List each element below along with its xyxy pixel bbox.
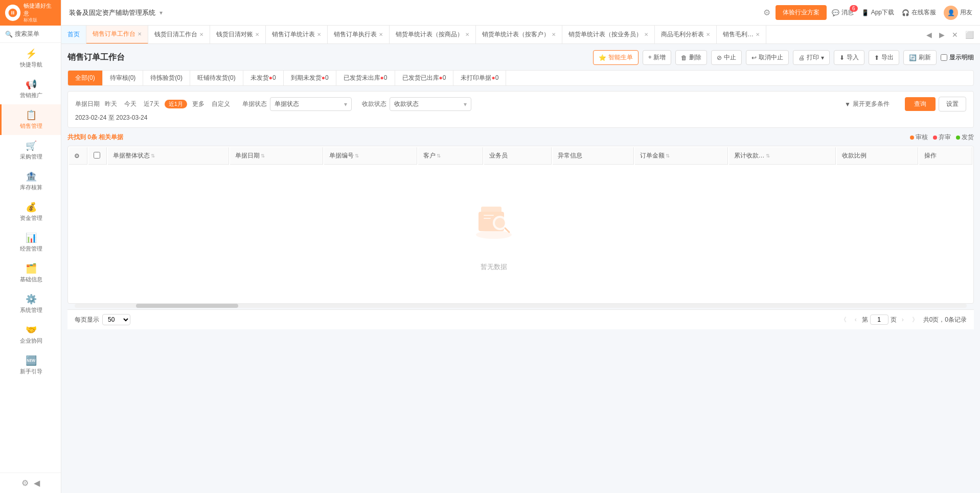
sidebar-item-purchase[interactable]: 🛒 采购管理 — [0, 135, 61, 166]
scroll-thumb[interactable] — [136, 304, 238, 308]
tab-sales-margin[interactable]: 销售毛利… ✕ — [717, 26, 766, 44]
page-size-select[interactable]: 50 10 20 100 — [102, 314, 130, 325]
page-number-input[interactable] — [870, 315, 888, 325]
sidebar-item-sales[interactable]: 📋 销售管理 — [0, 104, 61, 135]
abandon-review-action[interactable]: 弃审 — [933, 133, 951, 142]
tab-reconciliation[interactable]: 钱货日清对账 ✕ — [210, 26, 266, 44]
tab-expand-icon[interactable]: ⬜ — [963, 30, 976, 40]
sub-tab-pending-review[interactable]: 待审核(0) — [103, 71, 144, 85]
th-gear[interactable]: ⚙ — [69, 147, 87, 165]
smart-create-button[interactable]: ⭐ 智能生单 — [593, 50, 639, 65]
app-download-action[interactable]: 📱 App下载 — [861, 8, 894, 17]
new-button[interactable]: + 新增 — [643, 50, 671, 65]
tab-margin-analysis[interactable]: 商品毛利分析表 ✕ — [655, 26, 717, 44]
filter-status-select[interactable]: 单据状态 ▾ — [270, 97, 352, 111]
th-sort-customer[interactable]: 客户 ⇅ — [423, 151, 477, 160]
ship-action[interactable]: 发货 — [956, 133, 974, 142]
date-option-today[interactable]: 今天 — [122, 99, 139, 109]
sidebar-item-operations[interactable]: 📊 经营管理 — [0, 227, 61, 258]
set-button[interactable]: 设置 — [939, 97, 966, 111]
tab-close-icon[interactable]: ✕ — [317, 32, 321, 37]
tab-sales-order-workbench[interactable]: 销售订单工作台 ✕ — [86, 26, 148, 44]
sub-tab-not-printed[interactable]: 未打印单据●0 — [453, 71, 506, 85]
sidebar-search[interactable]: 🔍 搜索菜单 — [0, 26, 61, 43]
tab-sales-stats-customer[interactable]: 销货单统计表（按客户） ✕ — [476, 26, 562, 44]
sidebar-item-finance[interactable]: 💰 资金管理 — [0, 196, 61, 227]
tab-close-icon[interactable]: ✕ — [644, 32, 648, 37]
tab-close-icon[interactable]: ✕ — [199, 32, 203, 37]
import-button[interactable]: ⬇ 导入 — [834, 50, 864, 65]
tab-sales-stats-product[interactable]: 销货单统计表（按商品） ✕ — [390, 26, 476, 44]
tab-sales-order-exec[interactable]: 销售订单执行表 ✕ — [328, 26, 390, 44]
sub-tab-overdue-not-shipped[interactable]: 到期未发货●0 — [284, 71, 336, 85]
sidebar-item-quicknav[interactable]: ⚡ 快捷导航 — [0, 43, 61, 74]
date-range-text: 2023-02-24 至 2023-03-24 — [75, 114, 147, 121]
sidebar-item-system[interactable]: ⚙️ 系统管理 — [0, 288, 61, 319]
th-checkbox[interactable] — [88, 147, 107, 165]
sub-tab-shipped-not-out[interactable]: 已发货未出库●0 — [336, 71, 395, 85]
message-action[interactable]: 💬 消息 6 — [832, 8, 854, 17]
tab-close-icon[interactable]: ✕ — [138, 31, 142, 37]
tab-close-icon[interactable]: ✕ — [756, 32, 760, 37]
last-page-button[interactable]: 》 — [909, 315, 921, 325]
sub-tab-all[interactable]: 全部(0) — [68, 71, 103, 85]
th-number: 单据编号 ⇅ — [324, 147, 417, 165]
show-detail-checkbox-area[interactable]: 显示明细 — [941, 53, 974, 62]
th-sort-number[interactable]: 单据编号 ⇅ — [329, 151, 412, 160]
sub-tab-not-shipped[interactable]: 未发货●0 — [243, 71, 284, 85]
tab-close-all-icon[interactable]: ✕ — [950, 30, 960, 40]
date-option-more[interactable]: 更多 — [190, 99, 207, 109]
tab-sales-order-stats[interactable]: 销售订单统计表 ✕ — [266, 26, 328, 44]
delete-button[interactable]: 🗑 删除 — [675, 50, 707, 65]
tab-sales-stats-salesman[interactable]: 销货单统计表（按业务员） ✕ — [562, 26, 655, 44]
date-option-7days[interactable]: 近7天 — [142, 99, 162, 109]
user-action[interactable]: 👤 用友 — [944, 6, 972, 20]
refresh-button[interactable]: 🔄 刷新 — [903, 50, 937, 65]
sidebar-item-basic[interactable]: 🗂️ 基础信息 — [0, 258, 61, 288]
th-sort-date[interactable]: 单据日期 ⇅ — [235, 151, 317, 160]
sidebar-item-cooperation[interactable]: 🤝 企业协同 — [0, 319, 61, 350]
date-option-custom[interactable]: 自定义 — [210, 99, 232, 109]
industry-solution-button[interactable]: 体验行业方案 — [776, 5, 827, 20]
first-page-button[interactable]: 《 — [837, 315, 850, 325]
online-service-action[interactable]: 🎧 在线客服 — [902, 8, 936, 17]
sub-tab-wangpu[interactable]: 旺铺待发货(0) — [190, 71, 243, 85]
sub-tab-pending-inspection[interactable]: 待拣验货(0) — [143, 71, 190, 85]
th-sort-amount[interactable]: 订单金额 ⇅ — [640, 151, 722, 160]
tab-scroll-left-icon[interactable]: ◀ — [924, 30, 934, 40]
next-page-button[interactable]: › — [899, 315, 907, 324]
review-action[interactable]: 审核 — [910, 133, 928, 142]
sidebar-item-marketing[interactable]: 📢 营销推广 — [0, 74, 61, 104]
tab-daily-clear[interactable]: 钱货日清工作台 ✕ — [148, 26, 210, 44]
tab-close-icon[interactable]: ✕ — [465, 32, 469, 37]
stop-button[interactable]: ⊘ 中止 — [711, 50, 742, 65]
expand-more-conditions[interactable]: ▼ 展开更多条件 — [845, 100, 890, 108]
th-sort-cumulative[interactable]: 累计收款… ⇅ — [734, 151, 831, 160]
tab-close-icon[interactable]: ✕ — [379, 32, 383, 37]
date-option-yesterday[interactable]: 昨天 — [103, 99, 119, 109]
tab-close-icon[interactable]: ✕ — [552, 32, 556, 37]
settings-bottom-icon[interactable]: ⚙ — [21, 478, 29, 488]
prev-page-button[interactable]: ‹ — [852, 315, 860, 324]
filter-payment-select[interactable]: 收款状态 ▾ — [390, 97, 471, 111]
export-button[interactable]: ⬆ 导出 — [869, 50, 899, 65]
tab-close-icon[interactable]: ✕ — [255, 32, 259, 37]
sub-tab-shipped-out[interactable]: 已发货已出库●0 — [395, 71, 454, 85]
message-badge: 6 — [850, 5, 858, 12]
cancel-stop-button[interactable]: ↩ 取消中止 — [746, 50, 789, 65]
tab-close-icon[interactable]: ✕ — [706, 32, 710, 37]
query-button[interactable]: 查询 — [905, 97, 936, 111]
sub-tab-label: 未打印单据●0 — [461, 74, 498, 81]
horizontal-scrollbar[interactable] — [75, 304, 967, 308]
collapse-icon[interactable]: ◀ — [34, 478, 40, 488]
select-all-checkbox[interactable] — [94, 152, 100, 159]
sidebar-item-guide[interactable]: 🆕 新手引导 — [0, 350, 61, 380]
tab-home[interactable]: 首页 — [61, 26, 86, 44]
th-sort-status[interactable]: 单据整体状态 ⇅ — [113, 151, 223, 160]
date-option-1month[interactable]: 近1月 — [165, 100, 187, 108]
show-detail-checkbox[interactable] — [941, 54, 947, 61]
topbar-settings-icon[interactable]: ⚙ — [763, 8, 770, 17]
print-button[interactable]: 🖨 打印 ▾ — [793, 50, 830, 65]
tab-scroll-right-icon[interactable]: ▶ — [937, 30, 947, 40]
sidebar-item-inventory[interactable]: 🏦 库存核算 — [0, 166, 61, 196]
